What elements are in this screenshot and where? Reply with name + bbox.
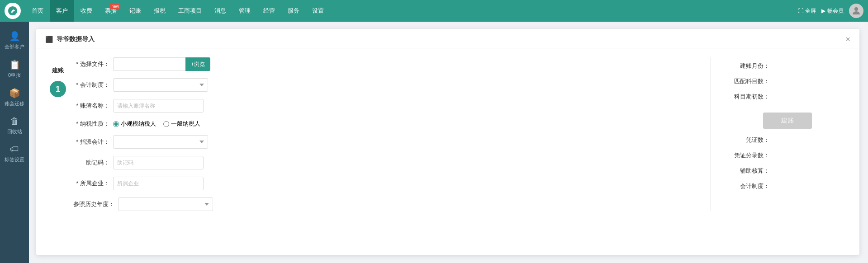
nav-right-area: ⛶ 全屏 ▶ 畅会员 xyxy=(798,4,863,18)
recycle-bin-icon: 🗑 xyxy=(10,116,19,127)
tax-type-label: * 纳税性质： xyxy=(73,120,109,128)
tag-settings-icon: 🏷 xyxy=(10,144,19,155)
right-row-voucher-count: 凭证数： xyxy=(729,136,846,144)
build-account-button[interactable]: 建账 xyxy=(763,113,812,129)
sidebar-item-zero-declare-label: 0申报 xyxy=(8,72,21,79)
dialog-title: ⬛ 导爷数据导入 xyxy=(45,35,95,43)
sidebar-item-all-customers[interactable]: 👤 全部客户 xyxy=(0,26,29,55)
radio-general-label: 一般纳税人 xyxy=(171,120,200,128)
nav-item-settings[interactable]: 设置 xyxy=(306,0,330,22)
nav-item-invoice[interactable]: 票据 new xyxy=(99,0,123,22)
right-row-aux-accounting: 辅助核算： xyxy=(729,167,846,175)
dialog-title-text: 导爷数据导入 xyxy=(57,35,95,43)
nav-item-operation[interactable]: 经营 xyxy=(257,0,281,22)
step-label: 建账 xyxy=(52,66,64,75)
assist-code-label: 助记码： xyxy=(73,159,109,167)
sidebar-item-account-migrate[interactable]: 📦 账套迁移 xyxy=(0,83,29,112)
zero-declare-icon: 📋 xyxy=(9,59,20,70)
fullscreen-icon: ⛶ xyxy=(798,8,803,14)
form-row-select-file: * 选择文件： +浏览 xyxy=(73,57,701,71)
nav-item-bookkeeping[interactable]: 记账 xyxy=(123,0,147,22)
ref-history-select[interactable] xyxy=(118,197,213,211)
dialog-body: 建账 1 * 选择文件： +浏览 xyxy=(36,48,859,220)
nav-item-service[interactable]: 服务 xyxy=(281,0,306,22)
sidebar-item-zero-declare[interactable]: 📋 0申报 xyxy=(0,55,29,83)
browse-button[interactable]: +浏览 xyxy=(185,57,210,71)
form-row-assign-accountant: * 指派会计： xyxy=(73,135,701,149)
right-row-accounting-system: 会计制度： xyxy=(729,182,846,190)
nav-item-fee[interactable]: 收费 xyxy=(74,0,99,22)
ledger-name-label: * 账簿名称： xyxy=(73,102,109,110)
build-button-area: 建账 xyxy=(729,108,846,129)
match-subject-label: 匹配科目数： xyxy=(729,77,769,85)
sidebar-item-recycle-bin-label: 回收站 xyxy=(7,128,22,135)
form-left-section: 建账 1 * 选择文件： +浏览 xyxy=(50,57,701,211)
main-layout: 👤 全部客户 📋 0申报 📦 账套迁移 🗑 回收站 🏷 标签设置 ⬛ 导爷数 xyxy=(0,22,868,263)
belong-company-input[interactable] xyxy=(113,177,204,190)
assign-accountant-select[interactable] xyxy=(113,135,208,149)
nav-item-home[interactable]: 首页 xyxy=(25,0,50,22)
accounting-system-select[interactable] xyxy=(113,78,208,92)
belong-company-label: * 所属企业： xyxy=(73,179,109,188)
form-grid: * 选择文件： +浏览 * 会计制度： xyxy=(73,57,701,211)
sidebar-item-tag-settings[interactable]: 🏷 标签设置 xyxy=(0,140,29,168)
right-row-match-subject: 匹配科目数： xyxy=(729,77,846,85)
step-badge: 1 xyxy=(50,81,66,97)
app-logo[interactable] xyxy=(5,3,21,19)
nav-item-customer[interactable]: 客户 xyxy=(50,0,74,22)
import-icon: ⬛ xyxy=(45,36,53,43)
nav-item-business-project[interactable]: 工商项目 xyxy=(172,0,208,22)
ledger-name-input[interactable] xyxy=(113,99,204,113)
nav-item-message[interactable]: 消息 xyxy=(208,0,232,22)
assist-code-input[interactable] xyxy=(113,156,204,169)
nav-item-management[interactable]: 管理 xyxy=(232,0,257,22)
build-month-label: 建账月份： xyxy=(729,62,769,70)
right-row-subject-initial: 科目期初数： xyxy=(729,93,846,101)
tax-type-radio-group: 小规模纳税人 一般纳税人 xyxy=(113,120,200,128)
top-navigation: 首页 客户 收费 票据 new 记账 报税 工商项目 消息 管理 经营 服务 设… xyxy=(0,0,868,22)
radio-small-scale[interactable]: 小规模纳税人 xyxy=(113,120,156,128)
new-badge: new xyxy=(110,4,120,9)
sidebar-item-all-customers-label: 全部客户 xyxy=(5,43,24,50)
member-button[interactable]: ▶ 畅会员 xyxy=(821,7,844,15)
account-migrate-icon: 📦 xyxy=(9,88,20,99)
form-right-section: 建账月份： 匹配科目数： 科目期初数： 建账 xyxy=(710,57,846,211)
fullscreen-button[interactable]: ⛶ 全屏 xyxy=(798,7,816,15)
ref-history-label: 参照历史年度： xyxy=(73,200,114,208)
voucher-entries-label: 凭证分录数： xyxy=(729,151,769,160)
dialog-header: ⬛ 导爷数据导入 × xyxy=(36,29,859,48)
assign-accountant-label: * 指派会计： xyxy=(73,138,109,146)
select-file-label: * 选择文件： xyxy=(73,60,109,68)
voucher-count-label: 凭证数： xyxy=(729,136,769,144)
file-input[interactable] xyxy=(113,57,185,71)
radio-small-scale-input[interactable] xyxy=(113,121,119,127)
radio-small-scale-label: 小规模纳税人 xyxy=(121,120,156,128)
right-row-voucher-entries: 凭证分录数： xyxy=(729,151,846,160)
member-label: 畅会员 xyxy=(827,7,844,15)
aux-accounting-label: 辅助核算： xyxy=(729,167,769,175)
svg-point-1 xyxy=(854,7,858,11)
form-row-tax-type: * 纳税性质： 小规模纳税人 一般纳税人 xyxy=(73,120,701,128)
radio-general-input[interactable] xyxy=(163,121,169,127)
nav-items-list: 首页 客户 收费 票据 new 记账 报税 工商项目 消息 管理 经营 服务 设… xyxy=(25,0,798,22)
right-row-build-month: 建账月份： xyxy=(729,62,846,70)
sidebar: 👤 全部客户 📋 0申报 📦 账套迁移 🗑 回收站 🏷 标签设置 xyxy=(0,22,29,263)
subject-initial-label: 科目期初数： xyxy=(729,93,769,101)
right-accounting-system-label: 会计制度： xyxy=(729,182,769,190)
sidebar-item-tag-settings-label: 标签设置 xyxy=(5,156,24,163)
nav-item-tax[interactable]: 报税 xyxy=(147,0,172,22)
sidebar-item-account-migrate-label: 账套迁移 xyxy=(5,100,24,107)
import-dialog: ⬛ 导爷数据导入 × 建账 1 xyxy=(36,29,859,255)
sidebar-item-recycle-bin[interactable]: 🗑 回收站 xyxy=(0,112,29,140)
user-avatar[interactable] xyxy=(849,4,863,18)
accounting-system-label: * 会计制度： xyxy=(73,81,109,89)
form-row-accounting-system: * 会计制度： xyxy=(73,78,701,92)
form-row-assist-code: 助记码： xyxy=(73,156,701,169)
radio-general[interactable]: 一般纳税人 xyxy=(163,120,200,128)
content-area: ⬛ 导爷数据导入 × 建账 1 xyxy=(29,22,868,263)
close-button[interactable]: × xyxy=(845,35,850,43)
file-input-row: +浏览 xyxy=(113,57,210,71)
member-icon: ▶ xyxy=(821,8,825,14)
all-customers-icon: 👤 xyxy=(9,31,20,42)
form-row-ref-history: 参照历史年度： xyxy=(73,197,701,211)
